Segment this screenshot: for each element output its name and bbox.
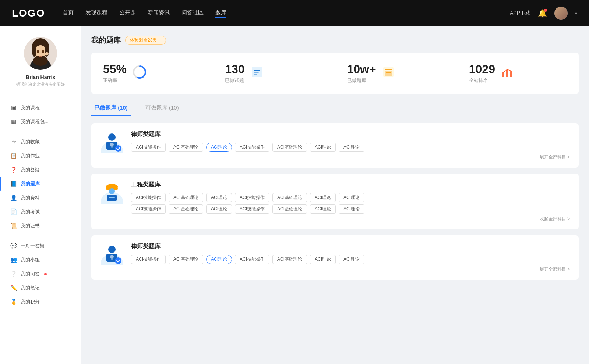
stat-done-questions: 130 已做试题 bbox=[213, 60, 335, 87]
star-icon: ☆ bbox=[10, 139, 17, 145]
main-content: 我的题库 体验剩余23天！ 55% 正确率 130 bbox=[81, 26, 589, 364]
sidebar-item-course-packages[interactable]: ▦ 我的课程包... bbox=[0, 115, 81, 129]
law2-tag-6[interactable]: ACI理论 bbox=[339, 255, 364, 264]
stat-accuracy-label: 正确率 bbox=[103, 77, 127, 84]
sidebar-item-qa[interactable]: ❓ 我的答疑 bbox=[0, 163, 81, 177]
law2-tag-5[interactable]: ACI理论 bbox=[310, 255, 336, 264]
main-layout: Brian Harris 错误的决定比没有决定要好 ▣ 我的课程 ▦ 我的课程包… bbox=[0, 26, 589, 364]
tag-6[interactable]: ACI理论 bbox=[339, 143, 364, 152]
sidebar-item-questions[interactable]: ❔ 我的问答 bbox=[0, 267, 81, 281]
sidebar-item-points[interactable]: 🏅 我的积分 bbox=[0, 295, 81, 309]
tag-0[interactable]: ACI技能操作 bbox=[131, 143, 166, 152]
svg-point-41 bbox=[115, 257, 121, 264]
rank-chart-icon bbox=[501, 66, 514, 81]
tag-4[interactable]: ACI基础理论 bbox=[272, 143, 307, 152]
svg-rect-14 bbox=[254, 70, 260, 71]
sidebar-item-label: 我的证书 bbox=[21, 222, 40, 229]
eng-tag-r2-5[interactable]: ACI理论 bbox=[310, 204, 336, 214]
eng-tag-1[interactable]: ACI基础理论 bbox=[169, 193, 203, 202]
sidebar-item-label: 我的收藏 bbox=[21, 139, 40, 145]
eng-tag-3[interactable]: ACI技能操作 bbox=[235, 193, 269, 202]
sidebar-username: Brian Harris bbox=[26, 74, 55, 80]
stat-rank-value: 1029 bbox=[469, 63, 495, 76]
card-3-tags: ACI技能操作 ACI基础理论 ACI理论 ACI技能操作 ACI基础理论 AC… bbox=[131, 255, 570, 264]
sidebar-avatar bbox=[24, 37, 57, 70]
stat-done-questions-label: 已做试题 bbox=[225, 77, 244, 84]
tag-1[interactable]: ACI基础理论 bbox=[169, 143, 203, 152]
svg-rect-35 bbox=[109, 196, 115, 196]
page-header: 我的题库 体验剩余23天！ bbox=[91, 35, 579, 45]
card-2-body: 工程类题库 ACI技能操作 ACI基础理论 ACI理论 ACI技能操作 ACI基… bbox=[131, 181, 570, 222]
law2-tag-4[interactable]: ACI基础理论 bbox=[272, 255, 307, 264]
stats-bar: 55% 正确率 130 已做试题 bbox=[91, 53, 579, 94]
engineer-icon bbox=[100, 181, 124, 204]
sidebar-item-label: 我的小组 bbox=[21, 257, 40, 263]
bell-icon[interactable]: 🔔 bbox=[538, 9, 547, 18]
eng-tag-r2-1[interactable]: ACI基础理论 bbox=[169, 204, 203, 214]
sidebar-item-label: 我的积分 bbox=[21, 299, 40, 305]
card-2-tags-row2: ACI技能操作 ACI基础理论 ACI理论 ACI技能操作 ACI基础理论 AC… bbox=[131, 204, 570, 214]
accuracy-chart-icon bbox=[133, 65, 147, 82]
eng-tag-r2-6[interactable]: ACI理论 bbox=[339, 204, 364, 214]
sidebar-item-homework[interactable]: 📋 我的作业 bbox=[0, 149, 81, 163]
card-1-body: 律师类题库 ACI技能操作 ACI基础理论 ACI理论 ACI技能操作 ACI基… bbox=[131, 131, 570, 160]
card-3-body: 律师类题库 ACI技能操作 ACI基础理论 ACI理论 ACI技能操作 ACI基… bbox=[131, 243, 570, 272]
nav-link-open[interactable]: 公开课 bbox=[119, 9, 136, 18]
svg-rect-20 bbox=[386, 72, 391, 73]
nav-link-bank[interactable]: 题库 bbox=[215, 9, 226, 18]
qa-icon: ❓ bbox=[10, 167, 17, 173]
sidebar-menu: ▣ 我的课程 ▦ 我的课程包... ☆ 我的收藏 📋 我的作业 ❓ 我的答疑 📘 bbox=[0, 99, 81, 310]
eng-tag-r2-4[interactable]: ACI基础理论 bbox=[272, 204, 307, 214]
svg-rect-18 bbox=[385, 69, 392, 70]
courses-icon: ▣ bbox=[10, 104, 17, 111]
sidebar-item-notes[interactable]: ✏️ 我的笔记 bbox=[0, 281, 81, 295]
card-lawyer-2: 律师类题库 ACI技能操作 ACI基础理论 ACI理论 ACI技能操作 ACI基… bbox=[91, 235, 579, 280]
law2-tag-2-active[interactable]: ACI理论 bbox=[206, 255, 232, 264]
law2-tag-3[interactable]: ACI技能操作 bbox=[235, 255, 269, 264]
tab-available[interactable]: 可做题库 (10) bbox=[142, 101, 182, 116]
sidebar-item-profile[interactable]: 👤 我的资料 bbox=[0, 191, 81, 205]
eng-tag-4[interactable]: ACI基础理论 bbox=[272, 193, 307, 202]
app-download-link[interactable]: APP下载 bbox=[510, 10, 530, 17]
tag-5[interactable]: ACI理论 bbox=[310, 143, 336, 152]
expand-link-1[interactable]: 展开全部科目 > bbox=[131, 154, 570, 160]
svg-point-5 bbox=[32, 46, 36, 57]
sidebar-item-my-courses[interactable]: ▣ 我的课程 bbox=[0, 101, 81, 115]
chevron-down-icon[interactable]: ▾ bbox=[575, 11, 577, 16]
page-title: 我的题库 bbox=[91, 35, 121, 45]
svg-point-26 bbox=[108, 133, 116, 141]
sidebar-item-exam[interactable]: 📄 我的考试 bbox=[0, 205, 81, 219]
expand-link-3[interactable]: 展开全部科目 > bbox=[131, 266, 570, 272]
eng-tag-r2-3[interactable]: ACI技能操作 bbox=[235, 204, 269, 214]
card-2-title: 工程类题库 bbox=[131, 181, 570, 189]
nav-link-courses[interactable]: 发现课程 bbox=[85, 9, 107, 18]
nav-link-news[interactable]: 新闻资讯 bbox=[148, 9, 170, 18]
avatar[interactable] bbox=[554, 7, 568, 20]
eng-tag-0[interactable]: ACI技能操作 bbox=[131, 193, 166, 202]
tag-2-active[interactable]: ACI理论 bbox=[206, 143, 232, 152]
stat-accuracy: 55% 正确率 bbox=[91, 60, 213, 87]
sidebar-item-label: 我的课程包... bbox=[21, 118, 49, 125]
law2-tag-1[interactable]: ACI基础理论 bbox=[169, 255, 203, 264]
sidebar-item-group[interactable]: 👥 我的小组 bbox=[0, 253, 81, 267]
nav-link-qa[interactable]: 问答社区 bbox=[181, 9, 204, 18]
eng-tag-r2-0[interactable]: ACI技能操作 bbox=[131, 204, 166, 214]
nav-link-more[interactable]: ··· bbox=[238, 9, 243, 18]
collapse-link-2[interactable]: 收起全部科目 > bbox=[131, 216, 570, 222]
sidebar-item-question-bank[interactable]: 📘 我的题库 bbox=[0, 177, 81, 191]
questions-badge-dot bbox=[44, 273, 47, 275]
nav-link-home[interactable]: 首页 bbox=[63, 9, 74, 18]
eng-tag-6[interactable]: ACI理论 bbox=[339, 193, 364, 202]
sidebar-item-favorites[interactable]: ☆ 我的收藏 bbox=[0, 135, 81, 149]
sidebar-item-label: 我的课程 bbox=[21, 104, 40, 111]
tab-done[interactable]: 已做题库 (10) bbox=[91, 101, 131, 116]
done-banks-icon bbox=[382, 66, 395, 81]
eng-tag-2[interactable]: ACI理论 bbox=[206, 193, 232, 202]
eng-tag-5[interactable]: ACI理论 bbox=[310, 193, 336, 202]
tag-3[interactable]: ACI技能操作 bbox=[235, 143, 269, 152]
card-lawyer-1: 律师类题库 ACI技能操作 ACI基础理论 ACI理论 ACI技能操作 ACI基… bbox=[91, 123, 579, 168]
law2-tag-0[interactable]: ACI技能操作 bbox=[131, 255, 166, 264]
sidebar-item-tutoring[interactable]: 💬 一对一答疑 bbox=[0, 239, 81, 253]
sidebar-item-certificate[interactable]: 📜 我的证书 bbox=[0, 219, 81, 233]
eng-tag-r2-2[interactable]: ACI理论 bbox=[206, 204, 232, 214]
